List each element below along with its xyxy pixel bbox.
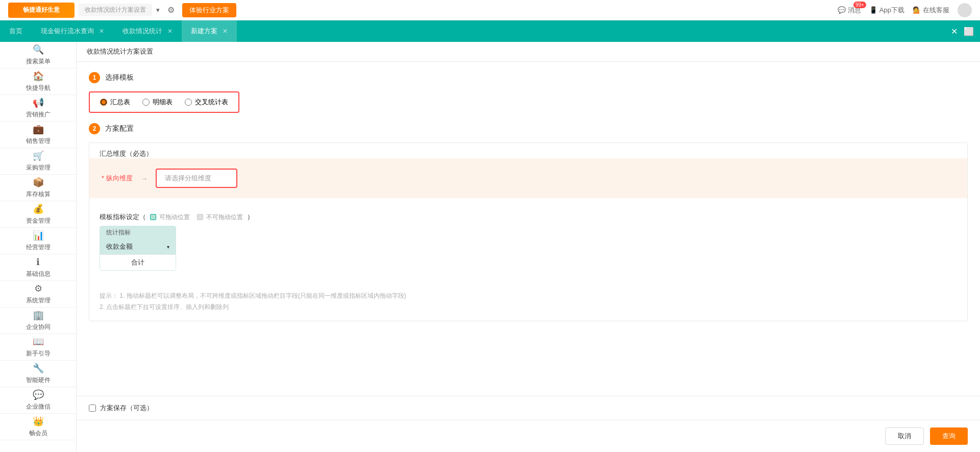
main-layout: 🔍 搜索菜单 🏠 快捷导航 📢 营销推广 💼 销售管理 🛒 采购管理 📦 库存核… bbox=[0, 42, 980, 452]
radio-mingxi[interactable]: 明细表 bbox=[142, 98, 173, 107]
tab-cash-close-icon[interactable]: ✕ bbox=[99, 28, 104, 35]
stats-total-row: 合计 bbox=[100, 254, 176, 270]
tab-new-plan-close-icon[interactable]: ✕ bbox=[223, 28, 228, 35]
service-icon-item[interactable]: 💁 在线客服 bbox=[913, 6, 949, 15]
radio-jiaocha-label: 交叉统计表 bbox=[195, 98, 228, 107]
cancel-button[interactable]: 取消 bbox=[885, 427, 924, 445]
sidebar-label-corp: 企业协同 bbox=[26, 323, 51, 331]
sidebar-item-finance[interactable]: 💰 资金管理 bbox=[0, 201, 76, 228]
step1-header: 1 选择模板 bbox=[89, 72, 968, 83]
sidebar-item-inventory[interactable]: 📦 库存核算 bbox=[0, 175, 76, 201]
message-icon-item[interactable]: 💬 消息 99+ bbox=[838, 6, 861, 15]
message-icon: 💬 bbox=[838, 6, 846, 14]
tab-home[interactable]: 首页 bbox=[0, 20, 32, 42]
maximize-icon[interactable]: ⬜ bbox=[962, 25, 976, 38]
header-left: 畅捷通好生意 收款情况统计方案设置 ▾ ⚙ 体验行业方案 bbox=[8, 3, 236, 18]
tab-receipt-stats[interactable]: 收款情况统计 ✕ bbox=[113, 20, 182, 42]
radio-huizong-label: 汇总表 bbox=[110, 98, 130, 107]
system-icon: ⚙ bbox=[34, 283, 42, 294]
step1-title: 选择模板 bbox=[105, 73, 134, 82]
dimension-select[interactable]: 请选择分组维度 bbox=[156, 169, 237, 188]
step2-number: 2 bbox=[89, 123, 100, 134]
close-window-icon[interactable]: ✕ bbox=[949, 25, 960, 38]
bottom-section: 方案保存（可选） bbox=[77, 396, 980, 420]
sidebar-label-sales: 销售管理 bbox=[26, 137, 51, 146]
indicators-label-end: ） bbox=[247, 212, 254, 222]
tips-section: 提示： 1. 拖动标题栏可以调整布局，不可跨维度或指标区域拖动栏目字段(只能在同… bbox=[89, 282, 967, 321]
step2-section: 2 方案配置 汇总维度（必选） * 纵向维度 → 请选择分组维度 bbox=[89, 123, 968, 321]
sidebar-item-guide[interactable]: 📖 新手引导 bbox=[0, 334, 76, 361]
service-icon: 💁 bbox=[913, 6, 921, 14]
sidebar-item-search[interactable]: 🔍 搜索菜单 bbox=[0, 42, 76, 68]
sidebar-label-wechat: 企业微信 bbox=[26, 402, 51, 411]
form-area: 1 选择模板 汇总表 明细表 交叉统计表 bbox=[77, 62, 980, 396]
query-button[interactable]: 查询 bbox=[930, 427, 968, 445]
tab-home-label: 首页 bbox=[9, 27, 22, 36]
radio-huizong[interactable]: 汇总表 bbox=[100, 98, 130, 107]
sidebar-item-member[interactable]: 👑 畅会员 bbox=[0, 414, 76, 440]
save-option[interactable]: 方案保存（可选） bbox=[89, 403, 968, 413]
page-title-bar: 收款情况统计方案设置 bbox=[77, 42, 980, 62]
radio-huizong-input[interactable] bbox=[100, 99, 107, 106]
radio-mingxi-input[interactable] bbox=[142, 99, 150, 106]
sidebar-item-marketing[interactable]: 📢 营销推广 bbox=[0, 95, 76, 122]
sidebar-item-purchase[interactable]: 🛒 采购管理 bbox=[0, 148, 76, 175]
fixed-label: 不可拖动位置 bbox=[206, 213, 243, 222]
message-badge: 99+ bbox=[853, 2, 866, 8]
sidebar-item-sales[interactable]: 💼 销售管理 bbox=[0, 122, 76, 148]
guide-icon: 📖 bbox=[33, 336, 44, 347]
sidebar-item-basic[interactable]: ℹ 基础信息 bbox=[0, 254, 76, 281]
service-label: 在线客服 bbox=[923, 6, 949, 15]
page-title: 收款情况统计方案设置 bbox=[87, 47, 153, 55]
dropdown-chevron-icon[interactable]: ▾ bbox=[167, 244, 169, 250]
download-icon: 📱 bbox=[869, 6, 877, 14]
header: 畅捷通好生意 收款情况统计方案设置 ▾ ⚙ 体验行业方案 💬 消息 99+ 📱 … bbox=[0, 0, 980, 20]
sidebar-label-member: 畅会员 bbox=[29, 429, 47, 438]
download-icon-item[interactable]: 📱 App下载 bbox=[869, 6, 904, 15]
member-icon: 👑 bbox=[33, 416, 44, 427]
radio-jiaocha-input[interactable] bbox=[185, 99, 192, 106]
sidebar-item-nav[interactable]: 🏠 快捷导航 bbox=[0, 68, 76, 95]
tab-cash-label: 现金银行流水查询 bbox=[41, 27, 94, 36]
sidebar-label-hardware: 智能硬件 bbox=[26, 376, 51, 385]
radio-jiaocha[interactable]: 交叉统计表 bbox=[185, 98, 228, 107]
footer-buttons: 取消 查询 bbox=[77, 420, 980, 452]
step2-title: 方案配置 bbox=[105, 124, 134, 133]
settings-gear-icon[interactable]: ⚙ bbox=[164, 3, 178, 17]
user-avatar[interactable] bbox=[958, 3, 972, 17]
indicators-label: 模板指标设定（ bbox=[100, 212, 146, 222]
basic-icon: ℹ bbox=[36, 256, 40, 268]
save-label: 方案保存（可选） bbox=[100, 403, 153, 413]
total-label: 合计 bbox=[131, 258, 144, 266]
logo-text: 畅捷通好生意 bbox=[23, 6, 60, 14]
trial-button[interactable]: 体验行业方案 bbox=[182, 3, 236, 17]
stats-table-header: 统计指标 bbox=[100, 226, 176, 239]
sidebar-label-basic: 基础信息 bbox=[26, 270, 51, 278]
tab-new-plan[interactable]: 新建方案 ✕ bbox=[182, 20, 237, 42]
save-checkbox[interactable] bbox=[89, 405, 96, 412]
finance-icon: 💰 bbox=[33, 203, 44, 215]
sidebar-item-wechat[interactable]: 💬 企业微信 bbox=[0, 387, 76, 414]
tab-new-plan-label: 新建方案 bbox=[191, 27, 217, 36]
breadcrumb-dropdown[interactable]: ▾ bbox=[156, 6, 160, 14]
sidebar-item-hardware[interactable]: 🔧 智能硬件 bbox=[0, 361, 76, 387]
tab-receipt-close-icon[interactable]: ✕ bbox=[167, 28, 173, 35]
step1-number: 1 bbox=[89, 72, 100, 83]
sidebar-label-finance: 资金管理 bbox=[26, 217, 51, 225]
tip-line2: 2. 点击标题栏下拉可设置排序、插入列和删除列 bbox=[100, 302, 957, 313]
dimension-placeholder: 请选择分组维度 bbox=[165, 174, 211, 182]
drag-hint: 可拖动位置 不可拖动位置 bbox=[150, 213, 243, 222]
header-right: 💬 消息 99+ 📱 App下载 💁 在线客服 bbox=[838, 3, 972, 17]
tab-cash-query[interactable]: 现金银行流水查询 ✕ bbox=[32, 20, 113, 42]
sidebar-label-marketing: 营销推广 bbox=[26, 110, 51, 119]
home-icon: 🏠 bbox=[33, 70, 44, 82]
sidebar-item-corp[interactable]: 🏢 企业协同 bbox=[0, 307, 76, 334]
hardware-icon: 🔧 bbox=[33, 363, 44, 374]
sidebar-item-management[interactable]: 📊 经营管理 bbox=[0, 228, 76, 254]
vertical-label: * 纵向维度 bbox=[102, 174, 133, 183]
sidebar-item-system[interactable]: ⚙ 系统管理 bbox=[0, 281, 76, 307]
marketing-icon: 📢 bbox=[33, 97, 44, 108]
sidebar-label-search: 搜索菜单 bbox=[26, 57, 51, 66]
movable-dot bbox=[150, 214, 156, 220]
column-header-cell: 收款金额 ▾ bbox=[100, 239, 176, 254]
